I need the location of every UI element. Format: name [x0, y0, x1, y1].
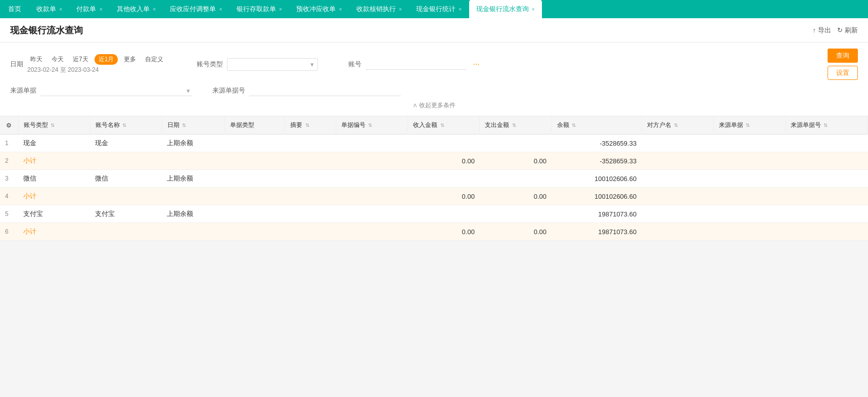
account-name-cell	[90, 152, 162, 170]
source-doc-cell	[713, 188, 785, 205]
sort-expense-icon[interactable]: ⇅	[512, 122, 516, 128]
th-date[interactable]: 日期 ⇅	[162, 116, 224, 135]
date-btn-1month[interactable]: 近1月	[95, 54, 118, 65]
table-settings-icon[interactable]: ⚙	[6, 122, 12, 129]
doc-number-cell	[336, 223, 408, 241]
nav-tab-1[interactable]: 付款单 ×	[69, 0, 109, 18]
source-doc-num-cell	[786, 223, 868, 241]
source-doc-select[interactable]	[40, 85, 192, 96]
nav-tab-0[interactable]: 收款单 ×	[29, 0, 69, 18]
date-cell: 上期余额	[162, 170, 224, 188]
nav-tab-8[interactable]: 现金银行流水查询 ×	[469, 0, 542, 18]
date-btn-7days[interactable]: 近7天	[70, 54, 92, 65]
th-settings[interactable]: ⚙	[0, 116, 18, 135]
close-tab-6-icon[interactable]: ×	[399, 0, 402, 18]
date-btn-more[interactable]: 更多	[121, 54, 139, 65]
action-buttons: 查询 设置	[828, 49, 858, 80]
sort-summary-icon[interactable]: ⇅	[305, 122, 309, 128]
nav-tab-2[interactable]: 其他收入单 ×	[110, 0, 163, 18]
source-doc-num-cell	[786, 188, 868, 205]
close-tab-7-icon[interactable]: ×	[459, 0, 462, 18]
table-row: 6小计0.000.0019871073.60	[0, 223, 868, 241]
sort-account-name-icon[interactable]: ⇅	[122, 122, 126, 128]
date-btn-yesterday[interactable]: 昨天	[27, 54, 45, 65]
sort-source-doc-num-icon[interactable]: ⇅	[824, 122, 828, 128]
close-tab-0-icon[interactable]: ×	[59, 0, 62, 18]
counterparty-cell	[642, 205, 713, 223]
th-source-doc-num[interactable]: 来源单据号 ⇅	[786, 116, 868, 135]
th-account-name[interactable]: 账号名称 ⇅	[90, 116, 162, 135]
date-btn-custom[interactable]: 自定义	[142, 54, 166, 65]
th-expense[interactable]: 支出金额 ⇅	[480, 116, 552, 135]
sort-account-type-icon[interactable]: ⇅	[51, 122, 55, 128]
table-row: 3微信微信上期余额100102606.60	[0, 170, 868, 188]
account-label: 账号	[348, 60, 361, 69]
nav-tab-7[interactable]: 现金银行统计 ×	[409, 0, 469, 18]
sort-balance-icon[interactable]: ⇅	[572, 122, 576, 128]
source-doc-num-input[interactable]	[249, 85, 401, 96]
nav-tab-5[interactable]: 预收冲应收单 ×	[289, 0, 349, 18]
account-type-select[interactable]	[227, 58, 318, 71]
account-picker-btn[interactable]: ···	[471, 60, 481, 69]
row-number: 4	[0, 188, 18, 205]
account-type-cell: 小计	[18, 152, 90, 170]
source-doc-filter: 来源单据	[10, 85, 192, 96]
sort-source-doc-icon[interactable]: ⇅	[746, 122, 750, 128]
source-doc-cell	[713, 205, 785, 223]
th-income[interactable]: 收入金额 ⇅	[408, 116, 480, 135]
source-doc-cell	[713, 152, 785, 170]
counterparty-cell	[642, 135, 713, 152]
row-number: 1	[0, 135, 18, 152]
th-summary[interactable]: 摘要 ⇅	[285, 116, 336, 135]
expense-cell: 0.00	[480, 152, 552, 170]
export-button[interactable]: ↑ 导出	[813, 26, 832, 35]
nav-tab-3[interactable]: 应收应付调整单 ×	[163, 0, 229, 18]
top-navigation: 首页 收款单 × 付款单 × 其他收入单 × 应收应付调整单 × 银行存取款单 …	[0, 0, 868, 18]
th-account-type[interactable]: 账号类型 ⇅	[18, 116, 90, 135]
nav-home[interactable]: 首页	[0, 0, 29, 18]
doc-number-cell	[336, 135, 408, 152]
close-tab-1-icon[interactable]: ×	[99, 0, 102, 18]
table-body: 1现金现金上期余额-3528659.332小计0.000.00-3528659.…	[0, 135, 868, 241]
close-tab-2-icon[interactable]: ×	[153, 0, 156, 18]
account-type-filter: 账号类型	[197, 58, 318, 71]
close-tab-8-icon[interactable]: ×	[532, 0, 535, 18]
table-row: 1现金现金上期余额-3528659.33	[0, 135, 868, 152]
th-balance[interactable]: 余额 ⇅	[552, 116, 642, 135]
th-counterparty[interactable]: 对方户名 ⇅	[642, 116, 713, 135]
query-button[interactable]: 查询	[828, 49, 858, 63]
settings-button[interactable]: 设置	[828, 66, 858, 80]
page-title: 现金银行流水查询	[10, 24, 83, 36]
source-doc-select-container	[40, 85, 192, 96]
account-name-cell	[90, 188, 162, 205]
income-cell	[408, 170, 480, 188]
account-type-label: 账号类型	[197, 60, 223, 69]
counterparty-cell	[642, 223, 713, 241]
sort-income-icon[interactable]: ⇅	[440, 122, 444, 128]
nav-tab-6[interactable]: 收款核销执行 ×	[349, 0, 409, 18]
close-tab-3-icon[interactable]: ×	[219, 0, 222, 18]
source-doc-cell	[713, 170, 785, 188]
source-doc-cell	[713, 135, 785, 152]
sort-counterparty-icon[interactable]: ⇅	[674, 122, 678, 128]
collapse-filters-button[interactable]: ∧ 收起更多条件	[10, 99, 858, 112]
account-input[interactable]	[366, 59, 467, 70]
sort-date-icon[interactable]: ⇅	[182, 122, 186, 128]
close-tab-5-icon[interactable]: ×	[339, 0, 342, 18]
account-name-cell	[90, 223, 162, 241]
filter-row-2: 来源单据 来源单据号	[10, 85, 858, 96]
summary-cell	[285, 205, 336, 223]
th-doc-number[interactable]: 单据编号 ⇅	[336, 116, 408, 135]
account-type-cell: 微信	[18, 170, 90, 188]
income-cell: 0.00	[408, 223, 480, 241]
close-tab-4-icon[interactable]: ×	[279, 0, 282, 18]
refresh-button[interactable]: ↻ 刷新	[837, 26, 858, 35]
income-cell	[408, 135, 480, 152]
th-source-doc[interactable]: 来源单据 ⇅	[713, 116, 785, 135]
date-cell: 上期余额	[162, 135, 224, 152]
date-btn-today[interactable]: 今天	[49, 54, 67, 65]
counterparty-cell	[642, 170, 713, 188]
balance-cell: 100102606.60	[552, 188, 642, 205]
sort-doc-number-icon[interactable]: ⇅	[368, 122, 372, 128]
nav-tab-4[interactable]: 银行存取款单 ×	[230, 0, 289, 18]
